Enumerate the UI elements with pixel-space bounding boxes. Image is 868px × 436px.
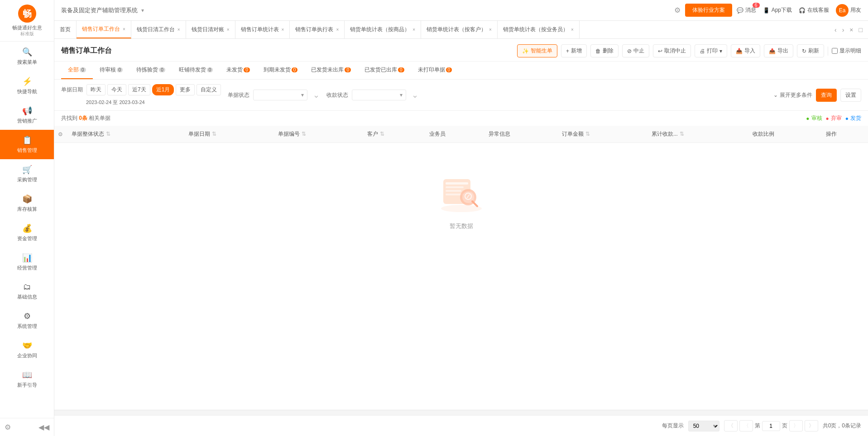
table-col-number[interactable]: 单据编号⇅ bbox=[274, 126, 364, 143]
sidebar-item-search[interactable]: 🔍搜索菜单 bbox=[0, 42, 54, 71]
table-settings-icon[interactable]: ⚙ bbox=[58, 131, 63, 137]
query-button[interactable]: 查询 bbox=[816, 89, 837, 102]
expand-icon: ⌄ bbox=[773, 92, 778, 98]
toolbar-suspend-button[interactable]: ⊘中止 bbox=[622, 44, 649, 57]
sidebar-item-operation[interactable]: 📊经营管理 bbox=[0, 247, 54, 277]
sidebar-item-company[interactable]: 🤝企业协同 bbox=[0, 335, 54, 365]
toolbar-smartGenerate-button[interactable]: ✨智能生单 bbox=[517, 44, 557, 57]
date-btn-more[interactable]: 更多 bbox=[176, 84, 195, 95]
sidebar-item-marketing[interactable]: 📢营销推广 bbox=[0, 100, 54, 130]
toolbar-print-button[interactable]: 🖨打印▾ bbox=[695, 44, 727, 57]
tab-sales-exec[interactable]: 销售订单执行表× bbox=[290, 21, 345, 38]
payment-select[interactable] bbox=[352, 90, 406, 100]
sub-tab-wangpu-pending[interactable]: 旺铺待发货0 bbox=[172, 62, 220, 79]
sidebar-item-purchase[interactable]: 🛒采购管理 bbox=[0, 159, 54, 189]
toolbar-import-button[interactable]: 📥导入 bbox=[731, 44, 760, 57]
settings-icon[interactable]: ⚙ bbox=[5, 423, 11, 431]
sub-tab-pending-review[interactable]: 待审核0 bbox=[93, 62, 130, 79]
tab-close-sales-stat-customer[interactable]: × bbox=[489, 27, 492, 32]
tab-sales-stats[interactable]: 销售订单统计表× bbox=[235, 21, 290, 38]
sub-tab-label-pending-inspect: 待拣验货 bbox=[136, 66, 158, 73]
table-col-ratio: 收款比例 bbox=[749, 126, 822, 143]
toolbar-add-button[interactable]: +新增 bbox=[561, 44, 587, 57]
last-page-button[interactable]: 》 bbox=[805, 420, 818, 431]
tab-close-sales-stat-staff[interactable]: × bbox=[571, 27, 574, 32]
sidebar-item-guide[interactable]: 📖新手引导 bbox=[0, 365, 54, 394]
industry-button[interactable]: 体验行业方案 bbox=[685, 4, 732, 17]
toolbar-export-button[interactable]: 📤导出 bbox=[764, 44, 793, 57]
tab-close-sales-workbench[interactable]: × bbox=[123, 27, 125, 32]
ship-button[interactable]: ● 发货 bbox=[845, 114, 861, 122]
tab-close-sales-stats[interactable]: × bbox=[282, 27, 284, 32]
sub-tab-pending-inspect[interactable]: 待拣验货0 bbox=[129, 62, 172, 79]
tab-close-cash-daily[interactable]: × bbox=[177, 27, 180, 32]
tab-home[interactable]: 首页 bbox=[54, 21, 77, 38]
gear-button[interactable]: ⚙ bbox=[674, 6, 681, 14]
tab-sales-stat-staff[interactable]: 销货单统计表（按业务员）× bbox=[498, 21, 580, 38]
tab-close-all[interactable]: × bbox=[848, 25, 855, 34]
page-size-label: 每页显示 bbox=[662, 422, 684, 430]
filter-row: 单据日期 昨天今天近7天近1月更多自定义 2023-02-24 至 2023-0… bbox=[61, 84, 861, 106]
cancel-audit-button[interactable]: ● 弃审 bbox=[826, 114, 842, 122]
sub-tab-count-overdue-not-shipped: 0 bbox=[292, 67, 298, 72]
user-menu[interactable]: Ea 用友 bbox=[836, 4, 861, 17]
tab-sales-stat-customer[interactable]: 销货单统计表（按客户）× bbox=[421, 21, 498, 38]
sidebar-item-quick-nav[interactable]: ⚡快捷导航 bbox=[0, 71, 54, 100]
date-btn-yesterday[interactable]: 昨天 bbox=[86, 84, 106, 95]
toolbar-delete-button[interactable]: 🗑删除 bbox=[590, 44, 619, 57]
first-page-button[interactable]: 《 bbox=[724, 420, 738, 431]
system-dropdown-icon[interactable]: ▾ bbox=[141, 7, 144, 14]
tab-maximize[interactable]: □ bbox=[857, 25, 864, 34]
table-col-customer[interactable]: 客户⇅ bbox=[364, 126, 426, 143]
tab-sales-stat-product[interactable]: 销货单统计表（按商品）× bbox=[345, 21, 421, 38]
sidebar-item-inventory[interactable]: 📦库存核算 bbox=[0, 189, 54, 218]
date-btn-custom[interactable]: 自定义 bbox=[197, 84, 221, 95]
tab-close-sales-stat-product[interactable]: × bbox=[412, 27, 415, 32]
empty-state: 暂无数据 bbox=[54, 143, 868, 257]
date-buttons: 昨天今天近7天近1月更多自定义 bbox=[86, 84, 221, 95]
sub-tab-overdue-not-shipped[interactable]: 到期未发货0 bbox=[257, 62, 305, 79]
tab-close-cash-reconcile[interactable]: × bbox=[227, 27, 230, 32]
app-download-button[interactable]: 📱 App下载 bbox=[763, 6, 792, 14]
show-detail-checkbox-label[interactable]: 显示明细 bbox=[832, 47, 861, 55]
sidebar-item-finance[interactable]: 💰资金管理 bbox=[0, 218, 54, 247]
toolbar-refresh-button[interactable]: ↻刷新 bbox=[797, 44, 824, 57]
status-select[interactable] bbox=[253, 90, 307, 100]
tab-sales-workbench[interactable]: 销售订单工作台× bbox=[77, 21, 131, 38]
date-btn-recent7[interactable]: 近7天 bbox=[128, 84, 150, 95]
message-button[interactable]: 💬 消息 6 bbox=[737, 6, 756, 14]
page-title: 销售订单工作台 bbox=[61, 46, 112, 56]
sub-tab-shipped-not-out[interactable]: 已发货未出库0 bbox=[304, 62, 358, 79]
settings-filter-button[interactable]: 设置 bbox=[840, 89, 861, 102]
tab-scroll-left[interactable]: ‹ bbox=[833, 25, 839, 34]
sidebar-item-basic[interactable]: 🗂基础信息 bbox=[0, 277, 54, 306]
sub-tab-shipped-out[interactable]: 已发货已出库0 bbox=[358, 62, 411, 79]
collapse-icon[interactable]: ◀◀ bbox=[38, 423, 49, 431]
toolbar-cancelSuspend-button[interactable]: ↩取消中止 bbox=[653, 44, 691, 57]
prev-page-button[interactable]: 〈 bbox=[739, 420, 753, 431]
sub-tab-not-shipped[interactable]: 未发货0 bbox=[220, 62, 257, 79]
tab-close-sales-exec[interactable]: × bbox=[336, 27, 339, 32]
table-col-amount[interactable]: 订单金额⇅ bbox=[558, 126, 647, 143]
page-size-select[interactable]: 2050100200 bbox=[688, 421, 719, 431]
sidebar-item-system[interactable]: ⚙系统管理 bbox=[0, 306, 54, 335]
page-number-input[interactable] bbox=[762, 421, 780, 431]
guide-icon: 📖 bbox=[22, 370, 32, 380]
sub-tab-all[interactable]: 全部0 bbox=[61, 62, 93, 79]
tab-cash-reconcile[interactable]: 钱货日清对账× bbox=[186, 21, 235, 38]
next-page-button[interactable]: 〉 bbox=[789, 420, 803, 431]
date-btn-today[interactable]: 今天 bbox=[107, 84, 126, 95]
table-col-collected[interactable]: 累计收款...⇅ bbox=[648, 126, 749, 143]
sub-tab-not-printed[interactable]: 未打印单据0 bbox=[411, 62, 459, 79]
horizontal-scrollbar[interactable] bbox=[54, 410, 868, 415]
table-col-date[interactable]: 单据日期⇅ bbox=[185, 126, 274, 143]
date-btn-recent1m[interactable]: 近1月 bbox=[152, 84, 174, 95]
show-detail-checkbox[interactable] bbox=[832, 48, 838, 54]
table-col-status[interactable]: 单据整体状态⇅ bbox=[68, 126, 185, 143]
expand-more-button[interactable]: ⌄ 展开更多条件 bbox=[773, 91, 812, 99]
online-service-button[interactable]: 🎧 在线客服 bbox=[799, 6, 829, 14]
audit-button[interactable]: ● 审核 bbox=[806, 114, 822, 122]
sidebar-item-sales[interactable]: 📋销售管理 bbox=[0, 130, 54, 159]
tab-scroll-right[interactable]: › bbox=[840, 25, 846, 34]
tab-cash-daily[interactable]: 钱货日清工作台× bbox=[131, 21, 186, 38]
